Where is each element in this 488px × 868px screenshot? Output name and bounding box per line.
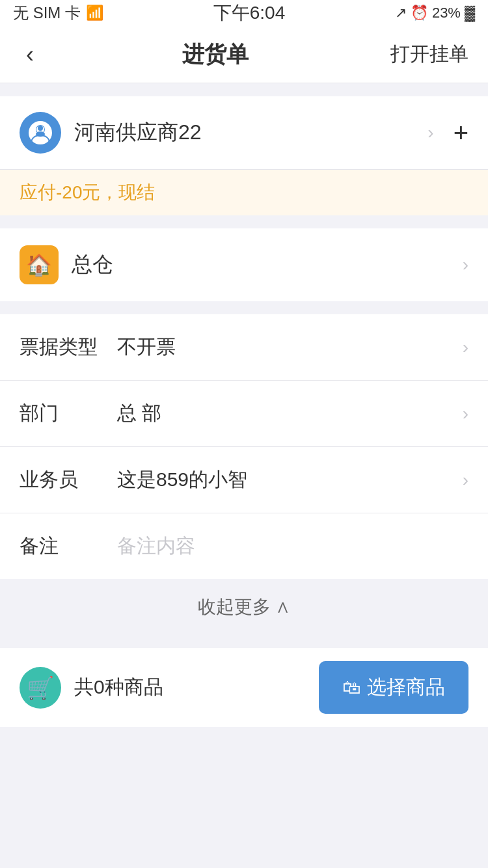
select-goods-icon: 🛍 <box>342 677 360 698</box>
remark-label: 备注 <box>20 533 98 560</box>
status-left: 无 SIM 卡 📶 <box>13 3 103 23</box>
goods-count-label: 共0种商品 <box>74 674 306 701</box>
department-chevron-icon: › <box>463 403 468 424</box>
avatar <box>20 112 61 154</box>
invoice-type-value: 不开票 <box>98 334 463 360</box>
supplier-name: 河南供应商22 <box>74 118 427 147</box>
remark-input[interactable]: 备注内容 <box>98 533 468 560</box>
goods-icon-wrap: 🛒 <box>20 667 61 709</box>
warehouse-icon: 🏠 <box>26 252 52 277</box>
supplier-row[interactable]: 河南供应商22 › + <box>0 96 488 170</box>
page-title: 进货单 <box>182 40 249 70</box>
top-divider <box>0 83 488 96</box>
svg-point-2 <box>38 126 43 131</box>
warehouse-name: 总仓 <box>72 251 463 279</box>
collapse-row[interactable]: 收起更多 ∧ <box>0 579 488 635</box>
nav-bar: ‹ 进货单 打开挂单 <box>0 26 488 83</box>
select-goods-label: 选择商品 <box>367 674 445 701</box>
warehouse-chevron-icon: › <box>463 254 468 275</box>
open-pending-button[interactable]: 打开挂单 <box>390 41 468 68</box>
footer-bg <box>0 727 488 868</box>
salesperson-label: 业务员 <box>20 467 98 493</box>
salesperson-chevron-icon: › <box>463 470 468 491</box>
invoice-type-chevron-icon: › <box>463 337 468 358</box>
select-goods-button[interactable]: 🛍 选择商品 <box>319 661 468 714</box>
status-right: ↗ ⏰ 23% ▓ <box>395 5 475 21</box>
bottom-bar: 🛒 共0种商品 🛍 选择商品 <box>0 648 488 727</box>
time-label: 下午6:04 <box>213 1 286 25</box>
invoice-type-label: 票据类型 <box>20 334 98 360</box>
wifi-icon: 📶 <box>86 5 103 21</box>
warehouse-icon-wrap: 🏠 <box>20 245 59 284</box>
location-icon: ↗ <box>395 5 407 21</box>
goods-icon: 🛒 <box>27 675 54 701</box>
department-row[interactable]: 部门 总 部 › <box>0 381 488 447</box>
invoice-type-row[interactable]: 票据类型 不开票 › <box>0 314 488 381</box>
status-bar: 无 SIM 卡 📶 下午6:04 ↗ ⏰ 23% ▓ <box>0 0 488 26</box>
supplier-section: 河南供应商22 › + 应付-20元，现结 <box>0 96 488 215</box>
supplier-chevron-icon: › <box>427 122 433 143</box>
alarm-icon: ⏰ <box>411 5 428 21</box>
salesperson-row[interactable]: 业务员 这是859的小智 › <box>0 447 488 513</box>
department-label: 部门 <box>20 400 98 427</box>
add-supplier-button[interactable]: + <box>454 120 468 146</box>
form-section: 票据类型 不开票 › 部门 总 部 › 业务员 这是859的小智 › 备注 备注… <box>0 314 488 579</box>
supplier-alert: 应付-20元，现结 <box>0 170 488 215</box>
carrier-label: 无 SIM 卡 <box>13 3 81 23</box>
battery-label: 23% <box>432 5 461 21</box>
warehouse-section: 🏠 总仓 › <box>0 228 488 301</box>
warehouse-row[interactable]: 🏠 总仓 › <box>0 228 488 301</box>
avatar-person-icon <box>29 121 52 144</box>
svg-point-3 <box>36 131 45 137</box>
back-button[interactable]: ‹ <box>20 34 40 75</box>
salesperson-value: 这是859的小智 <box>98 467 463 493</box>
battery-icon: ▓ <box>465 5 475 21</box>
mid-divider1 <box>0 215 488 228</box>
remark-row[interactable]: 备注 备注内容 <box>0 513 488 579</box>
department-value: 总 部 <box>98 400 463 427</box>
